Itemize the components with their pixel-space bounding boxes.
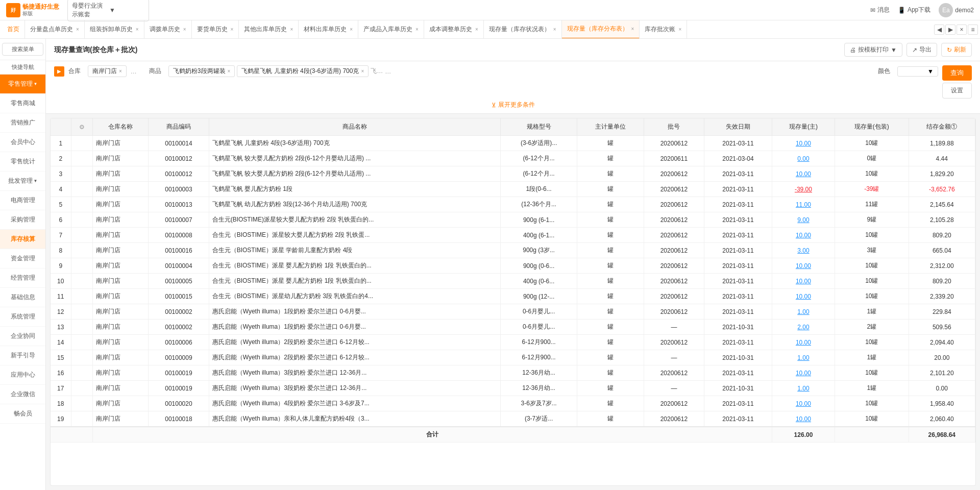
nav-close-arrow[interactable]: × (957, 24, 967, 35)
cell-product-name: 合生元（BIOSTIME）派星较大婴儿配方奶粉 2段 乳铁蛋... (209, 228, 500, 243)
filter-expand-button[interactable]: ▶ (54, 66, 64, 77)
cell-spec: 900g (3岁... (500, 243, 577, 258)
cell-stock-main[interactable]: 9.00 (772, 212, 835, 228)
close-icon[interactable]: × (553, 27, 556, 32)
cell-product-code: 00100014 (149, 136, 209, 151)
warehouse-tag[interactable]: 南岸门店 × (88, 65, 127, 77)
close-icon[interactable]: × (183, 27, 186, 32)
sidebar-item-enterprise-collab[interactable]: 企业协同 (0, 327, 45, 346)
sidebar-quick-nav[interactable]: 快捷导航 (0, 60, 45, 75)
tab-cost-adjust[interactable]: 成本调整单历史 × (424, 20, 484, 39)
search-menu-button[interactable]: 搜索菜单 (2, 43, 43, 56)
export-button[interactable]: ↗ 导出 (906, 43, 937, 57)
cell-stock-main[interactable]: 10.00 (772, 335, 835, 350)
product-more[interactable]: 飞… (371, 67, 383, 76)
close-icon[interactable]: × (290, 27, 293, 32)
product-tag-2[interactable]: 飞鹤星飞帆 儿童奶粉 4段(3-6岁适用) 700克 × (237, 65, 369, 77)
remove-product-2-icon[interactable]: × (361, 68, 364, 74)
cell-stock-main[interactable]: 0.00 (772, 151, 835, 166)
close-icon[interactable]: × (350, 27, 353, 32)
close-icon[interactable]: × (678, 27, 681, 32)
tab-home[interactable]: 首页 (2, 20, 25, 39)
tab-other-out[interactable]: 其他出库单历史 × (239, 20, 299, 39)
close-icon[interactable]: × (631, 26, 634, 32)
sidebar-item-new-guide[interactable]: 新手引导 (0, 346, 45, 365)
expand-more[interactable]: ⊻ 展开更多条件 (54, 101, 972, 109)
industry-selector[interactable]: 母婴行业演示账套 ▼ (67, 0, 149, 21)
tab-stock-status[interactable]: 现存量（库存状况表） × (484, 20, 562, 39)
tab-need-goods[interactable]: 要货单历史 × (192, 20, 239, 39)
col-header-product-code: 商品编码 (149, 118, 209, 136)
col-header-settings[interactable]: ⚙ (71, 118, 93, 136)
sidebar-item-app-center[interactable]: 应用中心 (0, 365, 45, 385)
cell-stock-main[interactable]: -39.00 (772, 182, 835, 197)
cell-index: 16 (51, 365, 71, 381)
cell-unit: 罐 (577, 289, 644, 304)
cell-stock-main[interactable]: 10.00 (772, 289, 835, 304)
sidebar-item-retail-mgmt[interactable]: 零售管理 ▼ (0, 75, 45, 94)
cell-stock-main[interactable]: 10.00 (772, 411, 835, 427)
product-filter-more[interactable]: … (385, 68, 391, 75)
cell-stock-main[interactable]: 10.00 (772, 228, 835, 243)
cell-stock-main[interactable]: 10.00 (772, 136, 835, 151)
color-select[interactable]: ▼ (897, 66, 938, 77)
tab-mix[interactable]: 调拨单历史 × (144, 20, 192, 39)
sidebar-item-member-vip[interactable]: 畅会员 (0, 404, 45, 424)
filter-more[interactable]: … (131, 68, 137, 75)
cell-balance: 2,094.40 (909, 335, 975, 350)
sidebar-item-purchase-mgmt[interactable]: 采购管理 (0, 210, 45, 230)
sidebar-item-marketing[interactable]: 营销推广 (0, 113, 45, 133)
close-icon[interactable]: × (136, 27, 139, 32)
tab-product-in[interactable]: 产成品入库单历史 × (358, 20, 424, 39)
settings-icon[interactable]: ⚙ (79, 124, 85, 131)
app-download-item[interactable]: 📱 App下载 (898, 6, 930, 14)
cell-stock-main[interactable]: 3.00 (772, 243, 835, 258)
nav-menu-arrow[interactable]: ≡ (968, 24, 978, 35)
cell-unit: 罐 (577, 136, 644, 151)
sidebar-item-wholesale-mgmt[interactable]: 批发管理 ▼ (0, 172, 45, 191)
sidebar-item-ops-mgmt[interactable]: 经营管理 (0, 268, 45, 288)
sidebar-item-member-center[interactable]: 会员中心 (0, 133, 45, 152)
refresh-button[interactable]: ↻ 刷新 (941, 43, 972, 57)
cell-stock-main[interactable]: 10.00 (772, 396, 835, 411)
sidebar-item-system-mgmt[interactable]: 系统管理 (0, 307, 45, 327)
sidebar-item-basic-info[interactable]: 基础信息 (0, 288, 45, 307)
product-tag-1[interactable]: 飞鹤奶粉3段两罐装 × (168, 65, 235, 77)
cell-stock-main[interactable]: 10.00 (772, 258, 835, 274)
cell-stock-pkg: 10罐 (835, 136, 909, 151)
close-icon[interactable]: × (76, 27, 79, 32)
cell-stock-main[interactable]: 10.00 (772, 365, 835, 381)
sidebar-item-ecommerce-mgmt[interactable]: 电商管理 (0, 191, 45, 210)
cell-stock-main[interactable]: 10.00 (772, 166, 835, 182)
settings-button[interactable]: 设置 (942, 83, 972, 99)
tab-stock-dist[interactable]: 现存量（库存分布表） × (562, 20, 640, 39)
cell-spec: 0-6月婴儿... (500, 320, 577, 335)
query-button[interactable]: 查询 (942, 65, 972, 81)
sidebar-item-inventory-check[interactable]: 库存核算 (0, 230, 45, 249)
close-icon[interactable]: × (415, 27, 419, 32)
cell-stock-main[interactable]: 1.00 (772, 304, 835, 320)
sidebar-item-retail-shop[interactable]: 零售商城 (0, 94, 45, 113)
close-icon[interactable]: × (231, 27, 234, 32)
cell-stock-main[interactable]: 11.00 (772, 197, 835, 212)
tab-batch-voucher[interactable]: 库存批次账 × (640, 20, 687, 39)
remove-warehouse-icon[interactable]: × (119, 68, 122, 74)
cell-stock-main[interactable]: 10.00 (772, 274, 835, 289)
remove-product-1-icon[interactable]: × (228, 68, 231, 74)
user-item[interactable]: Ea demo2 (939, 3, 974, 17)
sidebar-item-retail-stats[interactable]: 零售统计 (0, 152, 45, 172)
print-button[interactable]: 🖨 按模板打印 ▼ (844, 43, 902, 57)
tab-disassemble[interactable]: 组装拆卸单历史 × (85, 20, 144, 39)
nav-prev-arrow[interactable]: ◀ (934, 24, 944, 35)
close-icon[interactable]: × (475, 27, 478, 32)
cell-stock-main[interactable]: 1.00 (772, 381, 835, 396)
tab-material-out[interactable]: 材料出库单历史 × (299, 20, 358, 39)
sidebar-item-finance-mgmt[interactable]: 资金管理 (0, 249, 45, 268)
sidebar-item-enterprise-wechat[interactable]: 企业微信 (0, 385, 45, 404)
cell-stock-main[interactable]: 2.00 (772, 320, 835, 335)
nav-next-arrow[interactable]: ▶ (945, 24, 955, 35)
tab-split-inventory[interactable]: 分量盘点单历史 × (25, 20, 85, 39)
cell-expire: 2021-03-11 (704, 365, 772, 381)
cell-stock-main[interactable]: 1.00 (772, 350, 835, 365)
message-item[interactable]: ✉ 消息 (870, 6, 890, 14)
